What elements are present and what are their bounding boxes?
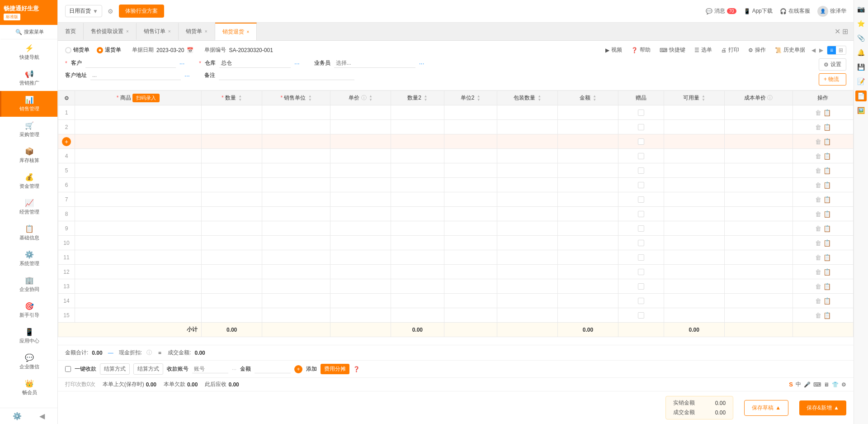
copy-row-icon[interactable]: 📋: [823, 196, 831, 203]
product-cell[interactable]: [75, 105, 202, 120]
amount-cell[interactable]: [557, 207, 618, 221]
tab-home[interactable]: 首页: [58, 23, 84, 40]
gift-checkbox[interactable]: [638, 110, 644, 116]
history-prev-icon[interactable]: ◀: [811, 47, 816, 53]
quantity-cell[interactable]: [202, 236, 262, 250]
customer-service[interactable]: 🎧 在线客服: [780, 7, 810, 15]
unit2-cell[interactable]: [444, 105, 497, 120]
delete-row-icon[interactable]: 🗑: [815, 268, 821, 276]
pack-qty-cell[interactable]: [497, 207, 557, 221]
product-cell[interactable]: [75, 250, 202, 265]
quantity2-cell[interactable]: [391, 221, 444, 236]
cost-price-cell[interactable]: [724, 178, 793, 192]
quantity-cell[interactable]: [202, 149, 262, 163]
sidebar-item-search[interactable]: 🔍 搜索菜单: [0, 25, 57, 39]
warehouse-input[interactable]: [219, 58, 291, 68]
unit2-cell[interactable]: [444, 207, 497, 221]
mic-icon[interactable]: 🎤: [804, 381, 811, 388]
right-icon-note[interactable]: 📝: [855, 76, 867, 87]
amount-cell[interactable]: [557, 178, 618, 192]
tab-price-settings-close[interactable]: ×: [126, 29, 129, 34]
product-cell[interactable]: [75, 279, 202, 294]
scan-input-button[interactable]: 扫码录入: [132, 94, 160, 102]
unit2-cell[interactable]: [444, 294, 497, 308]
staff-more-icon[interactable]: ···: [419, 60, 425, 67]
product-cell[interactable]: [75, 149, 202, 163]
sidebar-item-finance[interactable]: 💰 资金管理: [0, 168, 57, 194]
cost-price-cell[interactable]: [724, 134, 793, 149]
quantity2-cell[interactable]: [391, 105, 444, 120]
available-cell[interactable]: [664, 149, 724, 163]
pack-qty-cell[interactable]: [497, 236, 557, 250]
quantity2-cell[interactable]: [391, 308, 444, 323]
address-more-icon[interactable]: ···: [184, 72, 190, 79]
sidebar-item-purchase[interactable]: 🛒 采购管理: [0, 117, 57, 143]
save-draft-button[interactable]: 保存草稿 ▲: [744, 400, 788, 416]
pack-qty-cell[interactable]: [497, 178, 557, 192]
sidebar-item-wechat[interactable]: 💬 企业微信: [0, 349, 57, 375]
pack-qty-cell[interactable]: [497, 163, 557, 178]
quantity-cell[interactable]: [202, 134, 262, 149]
quantity-cell[interactable]: [202, 279, 262, 294]
sidebar-item-operations[interactable]: 📈 经营管理: [0, 194, 57, 220]
cost-price-cell[interactable]: [724, 120, 793, 134]
available-cell[interactable]: [664, 236, 724, 250]
unit2-cell[interactable]: [444, 236, 497, 250]
amount-cell[interactable]: [557, 120, 618, 134]
tab-price-settings[interactable]: 售价提取设置 ×: [84, 23, 137, 40]
delete-row-icon[interactable]: 🗑: [815, 210, 821, 218]
add-row-button[interactable]: +: [62, 137, 71, 146]
available-cell[interactable]: [664, 192, 724, 207]
sales-unit-cell[interactable]: [262, 308, 330, 323]
delete-row-icon[interactable]: 🗑: [815, 254, 821, 261]
product-cell[interactable]: [75, 221, 202, 236]
customer-more-icon[interactable]: ···: [179, 60, 185, 67]
available-cell[interactable]: [664, 105, 724, 120]
quantity-cell[interactable]: [202, 178, 262, 192]
pack-qty-cell[interactable]: [497, 134, 557, 149]
amount-cell[interactable]: [557, 105, 618, 120]
gift-checkbox[interactable]: [638, 283, 644, 290]
gift-checkbox[interactable]: [638, 269, 644, 275]
pack-qty-cell[interactable]: [497, 308, 557, 323]
delete-row-icon[interactable]: 🗑: [815, 167, 821, 174]
quantity-cell[interactable]: [202, 250, 262, 265]
sidebar-item-member[interactable]: 👑 畅会员: [0, 375, 57, 400]
sales-unit-cell[interactable]: [262, 163, 330, 178]
right-icon-photo[interactable]: 📷: [855, 4, 867, 14]
copy-row-icon[interactable]: 📋: [823, 152, 831, 160]
amount-cell[interactable]: [557, 163, 618, 178]
fee-split-button[interactable]: 费用分摊: [321, 364, 349, 374]
quantity-cell[interactable]: [202, 192, 262, 207]
gift-checkbox[interactable]: [638, 211, 644, 217]
collapse-icon[interactable]: ◀: [39, 412, 45, 420]
radio-delivery[interactable]: 销货单: [65, 46, 90, 54]
right-icon-image[interactable]: 🖼️: [855, 105, 867, 116]
unit-price-cell[interactable]: [330, 134, 391, 149]
copy-row-icon[interactable]: 📋: [823, 239, 831, 247]
tshirt-icon[interactable]: 👕: [832, 381, 839, 388]
sales-unit-cell[interactable]: [262, 236, 330, 250]
available-cell[interactable]: [664, 221, 724, 236]
pack-qty-cell[interactable]: [497, 149, 557, 163]
gift-checkbox[interactable]: [638, 254, 644, 261]
calendar-icon[interactable]: 📅: [187, 47, 193, 53]
sales-unit-cell[interactable]: [262, 192, 330, 207]
amount-cell[interactable]: [557, 221, 618, 236]
gift-checkbox[interactable]: [638, 312, 644, 319]
sales-unit-cell[interactable]: [262, 134, 330, 149]
settlement-method-button[interactable]: 结算方式: [100, 363, 130, 375]
right-icon-bell[interactable]: 🔔: [855, 47, 867, 58]
quantity-cell[interactable]: [202, 265, 262, 279]
operate-action[interactable]: ⚙ 操作: [745, 45, 769, 55]
unit-price-sort-icon[interactable]: ▲▼: [369, 95, 373, 102]
sales-unit-cell[interactable]: [262, 294, 330, 308]
amount-cell[interactable]: [557, 250, 618, 265]
pack-qty-cell[interactable]: [497, 105, 557, 120]
amount-cell[interactable]: [557, 236, 618, 250]
delete-row-icon[interactable]: 🗑: [815, 239, 821, 247]
user-info[interactable]: 👤 徐泽华: [817, 6, 846, 17]
tab-returns-close[interactable]: ×: [247, 29, 250, 34]
unit2-cell[interactable]: [444, 134, 497, 149]
amount-cell[interactable]: [557, 149, 618, 163]
